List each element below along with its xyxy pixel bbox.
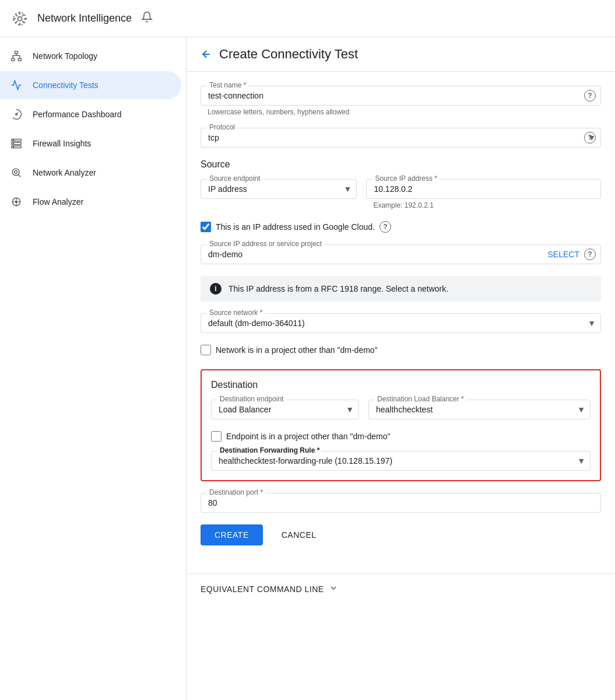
- test-name-help-icon[interactable]: ?: [584, 90, 596, 102]
- source-ip-wrapper: Source IP address: [366, 179, 601, 199]
- service-project-label: Source IP address or service project: [207, 240, 324, 248]
- sidebar-label-network-analyzer: Network Analyzer: [33, 168, 96, 177]
- forwarding-rule-wrapper: Destination Forwarding Rule healthcheckt…: [211, 451, 591, 471]
- create-button[interactable]: CREATE: [201, 524, 263, 545]
- svg-point-5: [16, 114, 17, 116]
- form-area: Test name ? Lowercase letters, numbers, …: [187, 72, 615, 573]
- service-project-help-icon[interactable]: ?: [584, 249, 596, 260]
- test-name-label: Test name: [207, 81, 248, 89]
- google-cloud-help-icon[interactable]: ?: [379, 221, 391, 233]
- forwarding-rule-group: Destination Forwarding Rule healthcheckt…: [211, 451, 591, 471]
- action-buttons: CREATE CANCEL: [201, 524, 601, 545]
- source-heading: Source: [201, 159, 601, 170]
- info-banner-text: This IP address is from a RFC 1918 range…: [229, 284, 448, 293]
- destination-port-input[interactable]: [208, 498, 593, 508]
- endpoint-other-project-row: Endpoint is in a project other than "dm-…: [211, 431, 591, 442]
- protocol-help-icon[interactable]: ?: [584, 132, 596, 144]
- sidebar-item-flow-analyzer[interactable]: Flow Analyzer: [0, 188, 181, 216]
- destination-endpoint-select[interactable]: Load Balancer VM Instance IP address: [219, 405, 352, 414]
- app-title: Network Intelligence: [37, 12, 132, 24]
- source-network-wrapper: Source network default (dm-demo-364011) …: [201, 313, 601, 333]
- content-area: Create Connectivity Test Test name ? Low…: [187, 37, 615, 700]
- performance-icon: [9, 107, 23, 121]
- sidebar-item-firewall-insights[interactable]: Firewall Insights: [0, 130, 181, 158]
- source-ip-input[interactable]: [374, 184, 593, 194]
- destination-endpoint-label: Destination endpoint: [217, 395, 286, 403]
- sidebar-item-network-analyzer[interactable]: Network Analyzer: [0, 159, 181, 187]
- test-name-input[interactable]: [208, 91, 593, 100]
- protocol-label: Protocol: [207, 123, 237, 131]
- destination-row: Destination endpoint Load Balancer VM In…: [211, 400, 591, 419]
- sidebar-item-connectivity-tests[interactable]: Connectivity Tests: [0, 71, 181, 99]
- main-layout: Network Topology Connectivity Tests Perf…: [0, 37, 615, 700]
- source-endpoint-wrapper: Source endpoint IP address VM Instance ▼: [201, 179, 357, 199]
- analyzer-icon: [9, 166, 23, 180]
- network-other-project-label: Network is in a project other than "dm-d…: [216, 345, 378, 355]
- svg-point-13: [15, 171, 17, 174]
- network-other-project-checkbox[interactable]: [201, 345, 211, 355]
- svg-rect-3: [12, 58, 15, 61]
- destination-port-wrapper: Destination port: [201, 493, 601, 513]
- cmd-row: EQUIVALENT COMMAND LINE: [187, 573, 615, 604]
- destination-heading: Destination: [211, 380, 591, 390]
- source-row: Source endpoint IP address VM Instance ▼…: [201, 179, 601, 209]
- destination-lb-select[interactable]: healthchecktest: [376, 405, 583, 414]
- sidebar-label-performance-dashboard: Performance Dashboard: [33, 110, 122, 119]
- connectivity-icon: [9, 78, 23, 92]
- protocol-wrapper: Protocol tcp udp icmp ▼ ?: [201, 128, 601, 148]
- sidebar-item-network-topology[interactable]: Network Topology: [0, 42, 181, 70]
- google-cloud-checkbox[interactable]: [201, 222, 211, 232]
- sidebar: Network Topology Connectivity Tests Perf…: [0, 37, 187, 700]
- source-network-select[interactable]: default (dm-demo-364011): [208, 318, 593, 328]
- page-header: Create Connectivity Test: [187, 37, 615, 72]
- flow-icon: [9, 195, 23, 209]
- source-ip-hint: Example: 192.0.2.1: [366, 201, 601, 209]
- source-network-label: Source network: [207, 309, 265, 317]
- destination-port-group: Destination port: [201, 493, 601, 513]
- sidebar-label-flow-analyzer: Flow Analyzer: [33, 197, 83, 206]
- google-cloud-checkbox-label: This is an IP address used in Google Clo…: [216, 222, 375, 232]
- source-endpoint-group: Source endpoint IP address VM Instance ▼: [201, 179, 357, 209]
- svg-point-16: [15, 201, 17, 202]
- info-banner: i This IP address is from a RFC 1918 ran…: [201, 276, 601, 302]
- cancel-button[interactable]: CANCEL: [268, 524, 331, 545]
- forwarding-rule-label: Destination Forwarding Rule: [217, 446, 322, 454]
- source-ip-group: Source IP address Example: 192.0.2.1: [366, 179, 601, 209]
- endpoint-other-project-checkbox[interactable]: [211, 431, 222, 442]
- service-project-wrapper: Source IP address or service project SEL…: [201, 244, 601, 264]
- forwarding-rule-select[interactable]: healthchecktest-forwarding-rule (10.128.…: [219, 456, 583, 466]
- cmd-label[interactable]: EQUIVALENT COMMAND LINE: [201, 584, 324, 594]
- endpoint-other-project-label: Endpoint is in a project other than "dm-…: [226, 432, 391, 441]
- service-project-input[interactable]: [208, 250, 593, 259]
- page-title: Create Connectivity Test: [219, 47, 358, 62]
- sidebar-item-performance-dashboard[interactable]: Performance Dashboard: [0, 100, 181, 128]
- notification-icon[interactable]: [141, 11, 153, 26]
- source-ip-label: Source IP address: [372, 174, 440, 183]
- select-link[interactable]: SELECT: [548, 250, 579, 259]
- protocol-select[interactable]: tcp udp icmp: [208, 133, 593, 142]
- svg-rect-2: [15, 51, 18, 54]
- destination-endpoint-group: Destination endpoint Load Balancer VM In…: [211, 400, 359, 419]
- test-name-hint: Lowercase letters, numbers, hyphens allo…: [201, 108, 601, 116]
- destination-endpoint-wrapper: Destination endpoint Load Balancer VM In…: [211, 400, 359, 419]
- network-other-project-row: Network is in a project other than "dm-d…: [201, 345, 601, 355]
- top-header: Network Intelligence: [0, 0, 615, 37]
- svg-rect-4: [18, 58, 21, 61]
- svg-point-0: [18, 16, 22, 20]
- source-network-group: Source network default (dm-demo-364011) …: [201, 313, 601, 333]
- destination-port-label: Destination port: [207, 488, 265, 496]
- protocol-group: Protocol tcp udp icmp ▼ ?: [201, 128, 601, 148]
- svg-point-12: [12, 169, 19, 176]
- info-icon: i: [210, 283, 222, 295]
- test-name-group: Test name ? Lowercase letters, numbers, …: [201, 86, 601, 116]
- source-endpoint-label: Source endpoint: [207, 174, 262, 183]
- back-button[interactable]: [201, 48, 212, 60]
- cmd-dropdown-icon[interactable]: [329, 583, 338, 594]
- source-endpoint-select[interactable]: IP address VM Instance: [208, 184, 349, 194]
- service-project-group: Source IP address or service project SEL…: [201, 244, 601, 264]
- destination-lb-label: Destination Load Balancer: [375, 395, 466, 403]
- destination-lb-group: Destination Load Balancer healthchecktes…: [368, 400, 591, 419]
- svg-line-14: [19, 175, 21, 177]
- destination-lb-wrapper: Destination Load Balancer healthchecktes…: [368, 400, 591, 419]
- firewall-icon: [9, 136, 23, 150]
